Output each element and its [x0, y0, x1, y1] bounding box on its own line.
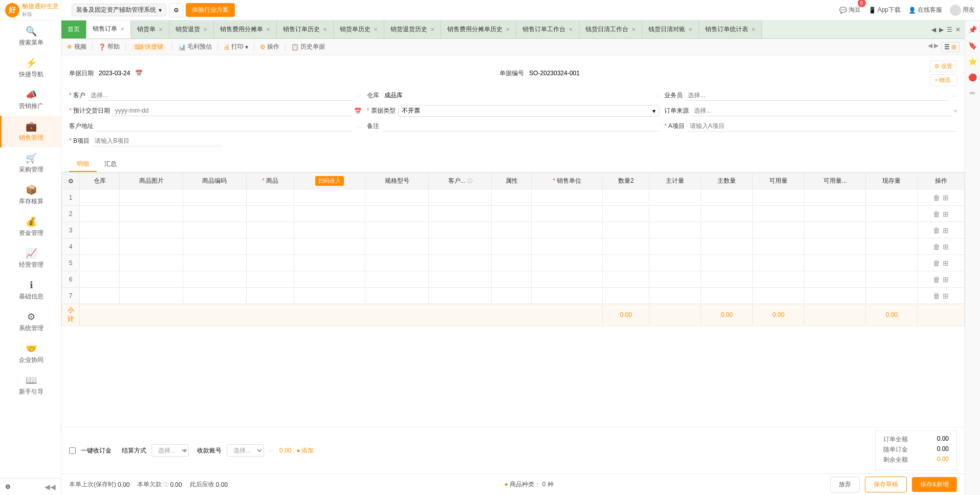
- cell-unit[interactable]: [532, 239, 603, 255]
- cell-customer-code[interactable]: [429, 239, 492, 255]
- cell-code[interactable]: [183, 222, 247, 239]
- sidebar-item-system[interactable]: ⚙ 系统管理: [0, 306, 61, 338]
- toolbar-shortcut[interactable]: ⌨ 快捷键: [132, 41, 166, 52]
- sidebar-item-inventory[interactable]: 📦 库存核算: [0, 179, 61, 211]
- copy-icon[interactable]: ⊞: [943, 275, 949, 284]
- next-icon[interactable]: ▶: [934, 42, 939, 52]
- cell-customer-code[interactable]: [429, 288, 492, 304]
- save-draft-button[interactable]: 保存草稿: [865, 477, 907, 492]
- cell-customer-code[interactable]: [429, 255, 492, 271]
- prev-icon[interactable]: ◀: [928, 42, 932, 52]
- customer-expand-icon[interactable]: ···: [357, 92, 362, 99]
- tab-close-icon[interactable]: ✕: [159, 27, 163, 32]
- cell-customer-code[interactable]: [429, 206, 492, 222]
- cell-qty2[interactable]: [603, 206, 649, 222]
- address-expand-icon[interactable]: ···: [357, 123, 362, 130]
- cell-qty2[interactable]: [603, 189, 649, 206]
- tab-close-icon[interactable]: ✕: [203, 27, 207, 32]
- cell-unit[interactable]: [532, 271, 603, 288]
- tab-sales-goods-history[interactable]: 销货单历史 ✕: [334, 20, 384, 38]
- sidebar-item-cooperation[interactable]: 🤝 企业协同: [0, 338, 61, 370]
- logistics-btn[interactable]: + 物流: [930, 74, 957, 86]
- system-selector[interactable]: 装备及固定资产辅助管理系统 ▾: [72, 4, 166, 16]
- cell-warehouse[interactable]: [80, 255, 120, 271]
- cell-qty2[interactable]: [603, 288, 649, 304]
- save-new-button[interactable]: 保存&新增: [912, 477, 957, 492]
- sidebar-item-marketing[interactable]: 📣 营销推广: [0, 84, 61, 116]
- one-click-deposit-checkbox[interactable]: [69, 447, 76, 454]
- copy-icon[interactable]: ⊞: [943, 210, 949, 218]
- tab-close-all-icon[interactable]: ✕: [954, 25, 962, 35]
- cell-spec[interactable]: [365, 222, 429, 239]
- cell-spec[interactable]: [365, 189, 429, 206]
- cell-attr[interactable]: [492, 255, 532, 271]
- tab-close-icon[interactable]: ✕: [506, 27, 510, 32]
- delivery-calendar-icon[interactable]: 📅: [354, 107, 362, 115]
- copy-icon[interactable]: ⊞: [943, 193, 949, 202]
- tab-sales-expense[interactable]: 销售费用分摊单 ✕: [214, 20, 277, 38]
- toolbar-operations[interactable]: ⚙ 操作: [260, 42, 279, 51]
- cell-goods[interactable]: [246, 189, 294, 206]
- cell-warehouse[interactable]: [80, 206, 120, 222]
- sidebar-collapse-btn[interactable]: ◀◀: [45, 483, 56, 491]
- remark-input[interactable]: [382, 121, 660, 132]
- a-project-input[interactable]: [687, 121, 957, 132]
- delete-icon[interactable]: 🗑: [933, 210, 940, 218]
- sidebar-item-guide[interactable]: 📖 新手引导: [0, 370, 61, 401]
- cell-customer-code[interactable]: [429, 222, 492, 239]
- tab-close-icon[interactable]: ✕: [266, 27, 270, 32]
- cell-main-qty[interactable]: [701, 239, 753, 255]
- cell-goods[interactable]: [246, 206, 294, 222]
- cell-goods[interactable]: [246, 222, 294, 239]
- sidebar-item-search[interactable]: 🔍 搜索菜单: [0, 20, 61, 52]
- cell-code[interactable]: [183, 189, 247, 206]
- cell-code[interactable]: [183, 206, 247, 222]
- sidebar-item-purchase[interactable]: 🛒 采购管理: [0, 147, 61, 179]
- tab-sales-return-history[interactable]: 销货退货历史 ✕: [384, 20, 441, 38]
- cell-main-qty[interactable]: [701, 189, 753, 206]
- salesperson-input[interactable]: [685, 90, 948, 101]
- tab-cash-reconcile[interactable]: 钱货日清对账 ✕: [642, 20, 699, 38]
- cell-attr[interactable]: [492, 189, 532, 206]
- online-service-item[interactable]: 👤 在线客服: [908, 6, 942, 14]
- calendar-icon[interactable]: 📅: [135, 70, 143, 77]
- cell-main-qty[interactable]: [701, 255, 753, 271]
- cell-main-qty[interactable]: [701, 222, 753, 239]
- tab-cash-workbench[interactable]: 钱货日清工作台 ✕: [579, 20, 642, 38]
- delete-icon[interactable]: 🗑: [933, 226, 940, 234]
- cell-attr[interactable]: [492, 271, 532, 288]
- star-icon[interactable]: ⭐: [968, 57, 977, 66]
- toolbar-profit[interactable]: 📊 毛利预估: [178, 42, 212, 51]
- cell-goods[interactable]: [246, 239, 294, 255]
- cell-goods[interactable]: [246, 271, 294, 288]
- account-expand-icon[interactable]: ···: [269, 447, 274, 454]
- tab-close-icon[interactable]: ✕: [569, 27, 573, 32]
- solution-button[interactable]: 体验行业方案: [186, 3, 235, 17]
- settings-btn[interactable]: ⚙ 设置: [930, 60, 957, 72]
- tab-close-icon[interactable]: ✕: [120, 26, 124, 32]
- cell-spec[interactable]: [365, 255, 429, 271]
- tab-next-icon[interactable]: ▶: [938, 25, 945, 35]
- app-download-item[interactable]: 📱 App下载: [868, 6, 901, 14]
- alert-icon[interactable]: 🔴: [968, 73, 977, 81]
- delete-icon[interactable]: 🗑: [933, 193, 940, 202]
- cell-attr[interactable]: [492, 206, 532, 222]
- add-payment-btn[interactable]: ● 添加: [296, 446, 313, 455]
- tab-close-icon[interactable]: ✕: [430, 27, 434, 32]
- cell-spec[interactable]: [365, 206, 429, 222]
- cell-unit[interactable]: [532, 255, 603, 271]
- cell-code[interactable]: [183, 239, 247, 255]
- th-scan[interactable]: 扫码录入: [294, 173, 365, 189]
- cell-qty2[interactable]: [603, 239, 649, 255]
- account-select[interactable]: 选择...: [227, 444, 264, 457]
- tab-sales-return[interactable]: 销货退货 ✕: [169, 20, 214, 38]
- settlement-select[interactable]: 选择...: [151, 444, 189, 457]
- delivery-date-input[interactable]: [113, 105, 352, 116]
- cell-main-qty[interactable]: [701, 271, 753, 288]
- cell-spec[interactable]: [365, 271, 429, 288]
- discard-button[interactable]: 放弃: [830, 477, 860, 492]
- cell-code[interactable]: [183, 255, 247, 271]
- cell-unit[interactable]: [532, 288, 603, 304]
- sidebar-item-finance[interactable]: 💰 资金管理: [0, 211, 61, 243]
- cell-spec[interactable]: [365, 239, 429, 255]
